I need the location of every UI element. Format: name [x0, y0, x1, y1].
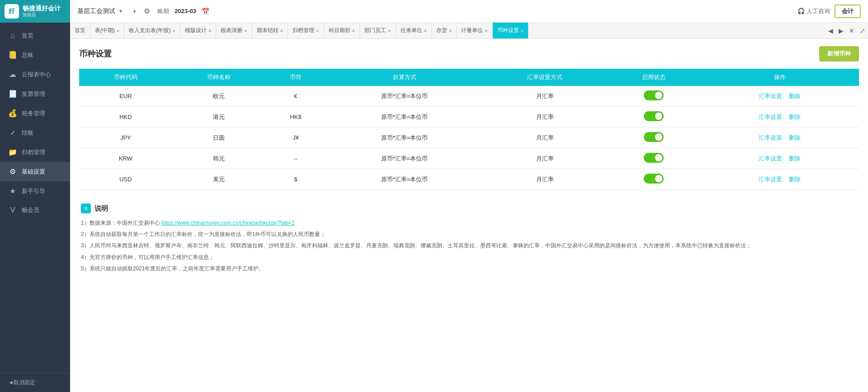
close-tab-subject-init[interactable]: ×: [352, 28, 355, 33]
tab-subject-init[interactable]: 科目期初 ×: [324, 23, 360, 38]
sidebar-item-invoice[interactable]: 🧾 发票管理: [0, 84, 70, 104]
help-btn[interactable]: 🎧 人工咨询: [797, 7, 830, 15]
account-btn[interactable]: 会计: [835, 5, 861, 18]
delete-link[interactable]: 删除: [789, 176, 801, 183]
tab-taxbook[interactable]: 税表清册 ×: [216, 23, 252, 38]
cell-code: KRW: [79, 148, 172, 169]
cloud-icon: ☁: [8, 70, 17, 79]
tab-archive-mgmt[interactable]: 归档管理 ×: [288, 23, 324, 38]
delete-link[interactable]: 删除: [789, 93, 801, 99]
notes-item: 4）无官方牌价的币种，可以用用户手工维护汇率信息；: [81, 253, 857, 262]
headset-icon: 🎧: [797, 8, 805, 14]
cell-status: [607, 86, 700, 107]
close-tab-taxbook[interactable]: ×: [244, 28, 247, 33]
calendar-icon[interactable]: 📅: [202, 8, 209, 15]
cell-name: 欧元: [172, 86, 265, 107]
close-tab-income[interactable]: ×: [172, 28, 175, 33]
sidebar: 好 畅捷通好会计 旗舰版 ⌂ 首页 📒 总账 ☁ 云报表中心 🧾 发票管理 💰 …: [0, 0, 70, 392]
tab-template[interactable]: 模版设计 ×: [180, 23, 216, 38]
enable-toggle[interactable]: [644, 153, 664, 163]
notes-section: ≡ 说明 1）数据来源：中国外汇交易中心 https://www.chinamo…: [79, 203, 859, 273]
th-code: 币种代码: [79, 69, 172, 86]
rate-setting-link[interactable]: 汇率设置: [759, 93, 782, 99]
chinamoney-link[interactable]: https://www.chinamoney.com.cn/chinese/bk…: [161, 220, 294, 226]
close-tab-unit[interactable]: ×: [485, 28, 487, 33]
logo-text: 畅捷通好会计 旗舰版: [23, 5, 61, 19]
rate-setting-link[interactable]: 汇率设置: [759, 134, 782, 141]
sidebar-item-home[interactable]: ⌂ 首页: [0, 26, 70, 45]
toggle-wrapper: [644, 111, 664, 121]
tab-partner[interactable]: 往来单位 ×: [396, 23, 432, 38]
ledger-icon: 📒: [8, 51, 17, 59]
table-row: HKD 港元 HK$ 原币*汇率=本位币 月汇率 汇率设置 删除: [79, 107, 859, 128]
new-currency-btn[interactable]: 新增币种: [819, 46, 859, 61]
toggle-wrapper: [644, 90, 664, 100]
tab-bar: 首页 表(中期) × 收入支出表(年报) × 模版设计 × 税表清册 × 期末结…: [70, 23, 868, 39]
tab-fullscreen-btn[interactable]: ⤢: [857, 27, 868, 34]
close-tab-balance[interactable]: ×: [117, 28, 119, 33]
pin-sidebar-btn[interactable]: ◄取消固定: [0, 373, 70, 392]
main-area: 基层工会测试 ▼ + ⚙ 账期 2023-03 📅 🎧 人工咨询 会计 首页 表…: [70, 0, 868, 392]
settings-gear-btn[interactable]: ⚙: [142, 5, 152, 17]
cell-rate-type: 月汇率: [482, 128, 607, 148]
close-tab-partner[interactable]: ×: [424, 28, 427, 33]
cell-actions: 汇率设置 删除: [700, 86, 859, 107]
tab-prev-btn[interactable]: ◀: [826, 27, 836, 34]
sidebar-item-ledger[interactable]: 📒 总账: [0, 45, 70, 65]
notes-item: 5）系统只能自动抓取2021年度后的汇率，之前年度汇率需要用户手工维护。: [81, 264, 857, 273]
tab-balance[interactable]: 表(中期) ×: [90, 23, 124, 38]
delete-link[interactable]: 删除: [789, 155, 801, 162]
th-actions: 操作: [700, 69, 859, 86]
close-tab-archive-mgmt[interactable]: ×: [316, 28, 319, 33]
close-tab-period-end[interactable]: ×: [280, 28, 283, 33]
cell-code: EUR: [79, 86, 172, 107]
delete-link[interactable]: 删除: [789, 134, 801, 141]
sidebar-item-guide[interactable]: ★ 新手引导: [0, 181, 70, 201]
tab-dept-staff[interactable]: 部门员工 ×: [360, 23, 396, 38]
tab-unit[interactable]: 计量单位 ×: [457, 23, 492, 38]
close-tab-currency[interactable]: ×: [521, 28, 524, 33]
close-tab-dept-staff[interactable]: ×: [388, 28, 391, 33]
enable-toggle[interactable]: [644, 111, 664, 121]
tab-currency[interactable]: 币种设置 ×: [493, 23, 528, 38]
period-value: 2023-03: [175, 8, 196, 14]
sidebar-item-member[interactable]: V 畅会员: [0, 201, 70, 220]
tab-inventory[interactable]: 存货 ×: [432, 23, 457, 38]
add-company-btn[interactable]: +: [131, 5, 138, 17]
tab-home[interactable]: 首页: [70, 23, 90, 38]
notes-item: 2）系统自动获取每月第一个工作日的汇率标价，统一为直接标价法，即1外币可以兑换的…: [81, 230, 857, 239]
cell-code: HKD: [79, 107, 172, 128]
cell-conversion: 原币*汇率=本位币: [326, 128, 483, 148]
th-name: 币种名称: [172, 69, 265, 86]
enable-toggle[interactable]: [644, 174, 664, 184]
sidebar-item-settings[interactable]: ⚙ 基础设置: [0, 162, 70, 181]
rate-setting-link[interactable]: 汇率设置: [759, 155, 782, 162]
notes-title: ≡ 说明: [81, 203, 857, 213]
close-tab-inventory[interactable]: ×: [449, 28, 452, 33]
enable-toggle[interactable]: [644, 132, 664, 142]
tab-income[interactable]: 收入支出表(年报) ×: [124, 23, 180, 38]
tab-next-btn[interactable]: ▶: [836, 27, 846, 34]
rate-setting-link[interactable]: 汇率设置: [759, 176, 782, 183]
cell-symbol: €: [265, 86, 326, 107]
cell-actions: 汇率设置 删除: [700, 148, 859, 169]
tab-period-end[interactable]: 期末结转 ×: [252, 23, 288, 38]
cell-symbol: HK$: [265, 107, 326, 128]
cell-actions: 汇率设置 删除: [700, 128, 859, 148]
toggle-wrapper: [644, 153, 664, 163]
currency-table: 币种代码 币种名称 币符 折算方式 汇率设置方式 启用状态 操作 EUR 欧元 …: [79, 69, 859, 190]
sidebar-item-tax[interactable]: 💰 税务管理: [0, 104, 70, 123]
delete-link[interactable]: 删除: [789, 113, 801, 120]
rate-setting-link[interactable]: 汇率设置: [759, 113, 782, 120]
sidebar-item-archive[interactable]: 📁 归档管理: [0, 142, 70, 162]
guide-icon: ★: [8, 187, 17, 195]
th-rate-type: 汇率设置方式: [482, 69, 607, 86]
close-tab-template[interactable]: ×: [208, 28, 211, 33]
tab-close-all-btn[interactable]: ✕: [846, 27, 857, 34]
sidebar-item-settlement[interactable]: ✓ 结账: [0, 123, 70, 142]
page-title: 币种设置: [79, 48, 112, 59]
sidebar-item-reports[interactable]: ☁ 云报表中心: [0, 65, 70, 84]
enable-toggle[interactable]: [644, 90, 664, 100]
company-selector[interactable]: 基层工会测试 ▼: [77, 7, 123, 15]
notes-item: 1）数据来源：中国外汇交易中心 https://www.chinamoney.c…: [81, 219, 857, 227]
